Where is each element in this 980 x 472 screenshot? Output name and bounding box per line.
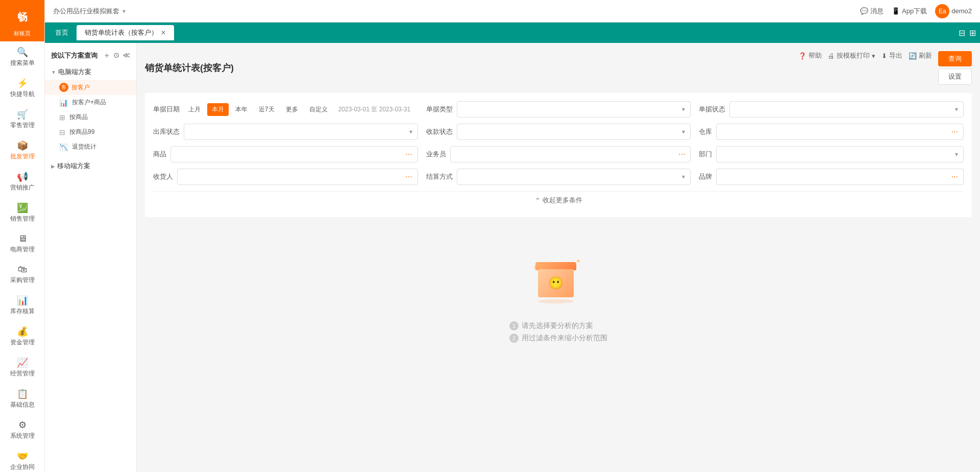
print-icon: 🖨: [828, 52, 835, 60]
sidebar-item-purchase[interactable]: 🛍 采购管理: [0, 259, 44, 290]
sales-stat-tab-label: 销货单统计表（按客户）: [85, 28, 158, 37]
workspace-selector[interactable]: 办公用品行业模拟账套 ▾: [53, 7, 126, 16]
tab-expand[interactable]: ⊟ ⊞: [959, 28, 976, 38]
box-graphic: ✦ ✦ 😶: [538, 262, 579, 303]
chevron-up-icon: ⌃: [535, 197, 541, 204]
date-btn-last-month[interactable]: 上月: [184, 103, 205, 116]
date-buttons: 上月 本月 本年 近7天 更多 自定义 2023-03-01 至 2023-03…: [184, 103, 410, 116]
refresh-button[interactable]: 🔄 刷新: [909, 51, 932, 60]
tab-home[interactable]: 首页: [49, 25, 75, 40]
refresh-icon: 🔄: [909, 52, 917, 60]
sidebar-item-wholesale[interactable]: 📦 批发管理: [0, 135, 44, 166]
department-chevron: ▾: [955, 151, 958, 158]
empty-hint-text: 1 请先选择要分析的方案 2 用过滤条件来缩小分析范围: [509, 321, 607, 346]
date-btn-custom[interactable]: 自定义: [305, 103, 332, 116]
department-input[interactable]: ▾: [716, 146, 964, 162]
scheme-by-product[interactable]: ⊞ 按商品: [45, 110, 136, 125]
salesperson-dots: ···: [678, 150, 685, 159]
out-status-chevron: ▾: [409, 128, 412, 135]
minimize-icon: ⊟: [959, 28, 965, 38]
avatar: Ea: [935, 4, 949, 18]
sidebar-item-system[interactable]: ⚙ 系统管理: [0, 414, 44, 445]
scheme-by-customer-product[interactable]: 📊 按客户+商品: [45, 95, 136, 110]
date-btn-this-year[interactable]: 本年: [231, 103, 252, 116]
date-btn-7days[interactable]: 近7天: [254, 103, 279, 116]
grid-icon: ⊞: [59, 113, 65, 122]
tab-sales-stat[interactable]: 销货单统计表（按客户） ✕: [77, 25, 174, 40]
sidebar-item-retail[interactable]: 🛒 零售管理: [0, 104, 44, 135]
mobile-section: ▶ 移动端方案: [45, 158, 136, 178]
filter-area: 单据日期 上月 本月 本年 近7天 更多 自定义 2023-03-01 至 20…: [145, 93, 972, 217]
sidebar-item-basic[interactable]: 📋 基础信息: [0, 383, 44, 414]
right-content: 销货单统计表(按客户) ❓ 帮助 🖨 按模板打印 ▾ ⬇: [137, 43, 980, 472]
tab-close-icon[interactable]: ✕: [161, 29, 166, 36]
sidebar-item-operations[interactable]: 📈 经营管理: [0, 352, 44, 383]
query-button[interactable]: 查询: [938, 51, 972, 66]
product-label: 商品: [153, 150, 166, 159]
order-status-input[interactable]: ▾: [729, 101, 964, 117]
clipboard-icon: 📋: [17, 388, 28, 399]
logo-area[interactable]: 畅 标账页: [0, 0, 44, 41]
empty-illustration: ✦ ✦ 😶: [528, 252, 589, 313]
scheme-refund-stat[interactable]: 📉 退货统计: [45, 139, 136, 154]
out-status-input[interactable]: ▾: [184, 124, 418, 140]
page-content: 按以下方案查询 ＋ ⊙ ≪ ▼ 电脑端方案 客 按客户 📊: [45, 43, 980, 472]
svg-text:畅: 畅: [17, 11, 28, 22]
box-icon: 📦: [17, 140, 28, 151]
order-type-input[interactable]: ▾: [457, 101, 691, 117]
settlement-filter-item: 结算方式 ▾: [426, 169, 691, 185]
user-avatar-button[interactable]: Ea demo2: [935, 4, 972, 18]
filter-row-4: 收货人 ··· 结算方式 ▾ 品牌: [153, 169, 964, 185]
sidebar-item-finance[interactable]: 💰 资金管理: [0, 321, 44, 352]
page-actions: ❓ 帮助 🖨 按模板打印 ▾ ⬇ 导出 🔄: [798, 51, 932, 60]
search-icon: 🔍: [17, 46, 28, 58]
stats-icon: 📉: [59, 143, 68, 151]
scheme-by-product99[interactable]: ⊟ 按商品99: [45, 125, 136, 139]
date-btn-more[interactable]: 更多: [281, 103, 303, 116]
payment-status-input[interactable]: ▾: [457, 124, 691, 140]
scheme-panel: 按以下方案查询 ＋ ⊙ ≪ ▼ 电脑端方案 客 按客户 📊: [45, 43, 137, 472]
workspace-name: 办公用品行业模拟账套: [53, 7, 119, 16]
settlement-label: 结算方式: [426, 172, 453, 181]
out-status-label: 出库状态: [153, 127, 180, 136]
sidebar-item-inventory[interactable]: 📊 库存核算: [0, 290, 44, 321]
collapse-button[interactable]: ⌃ 收起更多条件: [153, 192, 964, 209]
gear-icon: ⚙: [18, 419, 27, 431]
brand-filter-item: 品牌 ···: [699, 169, 964, 185]
sidebar-item-search[interactable]: 🔍 搜索菜单: [0, 41, 44, 73]
settings-scheme-icon[interactable]: ⊙: [113, 51, 119, 60]
warehouse-input[interactable]: ···: [716, 124, 964, 140]
payment-status-filter-item: 收款状态 ▾: [426, 124, 691, 140]
table-icon: ⊟: [59, 128, 65, 136]
date-btn-this-month[interactable]: 本月: [207, 103, 229, 116]
settings-button[interactable]: 设置: [938, 68, 972, 85]
brand-label: 品牌: [699, 172, 712, 181]
mobile-scheme-header[interactable]: ▶ 移动端方案: [45, 158, 136, 174]
help-icon: ❓: [798, 52, 806, 60]
scheme-by-customer[interactable]: 客 按客户: [45, 80, 136, 95]
app-download-button[interactable]: 📱 App下载: [892, 7, 927, 16]
sidebar-item-marketing[interactable]: 📢 营销推广: [0, 166, 44, 197]
add-scheme-icon[interactable]: ＋: [103, 51, 110, 60]
message-icon: 💬: [860, 7, 868, 15]
receiver-input[interactable]: ···: [177, 169, 418, 185]
expand-icon: ⊞: [969, 28, 976, 38]
sidebar-item-enterprise[interactable]: 🤝 企业协同: [0, 445, 44, 472]
desktop-scheme-header[interactable]: ▼ 电脑端方案: [45, 64, 136, 80]
sidebar-item-quick[interactable]: ⚡ 快捷导航: [0, 73, 44, 104]
handshake-icon: 🤝: [17, 451, 28, 462]
cart-icon: 🛒: [17, 109, 28, 120]
sidebar-item-ecommerce[interactable]: 🖥 电商管理: [0, 228, 44, 259]
message-button[interactable]: 💬 消息: [860, 7, 884, 16]
sidebar-item-sales[interactable]: 💹 销售管理: [0, 197, 44, 228]
print-button[interactable]: 🖨 按模板打印 ▾: [828, 51, 875, 60]
tab-bar: 首页 销货单统计表（按客户） ✕ ⊟ ⊞: [45, 22, 980, 43]
export-button[interactable]: ⬇ 导出: [881, 51, 902, 60]
settlement-input[interactable]: ▾: [457, 169, 691, 185]
brand-input[interactable]: ···: [716, 169, 964, 185]
salesperson-input[interactable]: ···: [450, 146, 691, 162]
help-button[interactable]: ❓ 帮助: [798, 51, 822, 60]
collapse-panel-icon[interactable]: ≪: [122, 51, 130, 60]
order-type-label: 单据类型: [426, 105, 453, 114]
product-input[interactable]: ···: [170, 146, 418, 162]
